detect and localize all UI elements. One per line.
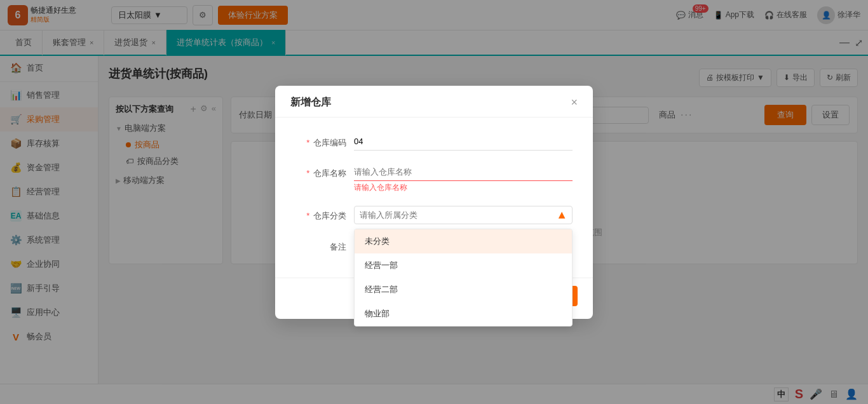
- modal-title: 新增仓库: [290, 96, 331, 109]
- category-label: * 仓库分类: [295, 206, 346, 222]
- dropdown-item-3[interactable]: 物业部: [355, 302, 572, 326]
- category-select-wrap: ▲ 未分类 经营一部 经营二部 物业部: [354, 206, 573, 224]
- new-warehouse-modal: 新增仓库 × * 仓库编码 * 仓库名称 请输入仓库名称: [275, 86, 593, 319]
- code-label: * 仓库编码: [295, 133, 346, 149]
- code-row: * 仓库编码: [295, 133, 573, 151]
- category-row: * 仓库分类 ▲ 未分类 经营一部 经营二部 物业部: [295, 206, 573, 224]
- modal-close-button[interactable]: ×: [571, 97, 578, 108]
- dropdown-item-1[interactable]: 经营一部: [355, 253, 572, 278]
- dropdown-item-0[interactable]: 未分类: [355, 229, 572, 253]
- name-input[interactable]: [354, 163, 573, 181]
- note-label: 备注: [295, 237, 346, 253]
- category-dropdown: 未分类 经营一部 经营二部 物业部: [354, 229, 573, 327]
- modal-header: 新增仓库 ×: [275, 86, 593, 118]
- code-input[interactable]: [354, 133, 573, 151]
- name-row: * 仓库名称 请输入仓库名称: [295, 163, 573, 193]
- name-label: * 仓库名称: [295, 163, 346, 179]
- name-error-msg: 请输入仓库名称: [354, 182, 573, 193]
- dropdown-item-2[interactable]: 经营二部: [355, 278, 572, 302]
- category-input[interactable]: [354, 206, 573, 224]
- modal-body: * 仓库编码 * 仓库名称 请输入仓库名称 *: [275, 118, 593, 278]
- modal-overlay: 新增仓库 × * 仓库编码 * 仓库名称 请输入仓库名称: [0, 0, 868, 404]
- category-arrow-icon[interactable]: ▲: [556, 208, 567, 222]
